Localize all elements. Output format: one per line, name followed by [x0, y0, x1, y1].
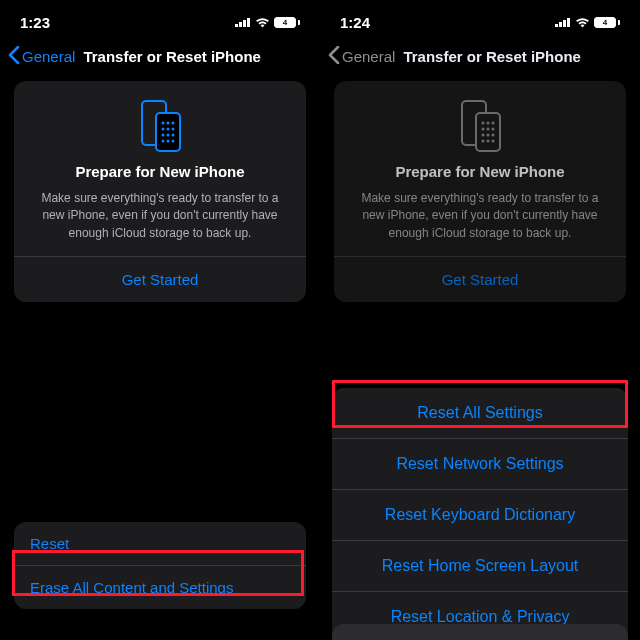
svg-point-8 — [172, 122, 175, 125]
battery-icon: 4 — [594, 17, 620, 28]
get-started-button[interactable]: Get Started — [28, 257, 292, 302]
svg-point-34 — [487, 140, 490, 143]
signal-icon — [555, 17, 571, 27]
get-started-button: Get Started — [348, 257, 612, 302]
svg-rect-3 — [247, 18, 250, 27]
nav-back-button[interactable]: General — [22, 48, 75, 65]
svg-point-14 — [172, 134, 175, 137]
svg-point-10 — [167, 128, 170, 131]
svg-point-27 — [482, 128, 485, 131]
svg-point-13 — [167, 134, 170, 137]
svg-point-12 — [162, 134, 165, 137]
svg-rect-20 — [563, 20, 566, 27]
svg-point-6 — [162, 122, 165, 125]
erase-all-button[interactable]: Erase All Content and Settings — [14, 565, 306, 609]
svg-point-28 — [487, 128, 490, 131]
svg-rect-2 — [243, 20, 246, 27]
svg-point-11 — [172, 128, 175, 131]
svg-point-32 — [492, 134, 495, 137]
screen-right: 1:24 4 General Transfer or Reset iPhone — [320, 0, 640, 640]
reset-home-screen-layout-button[interactable]: Reset Home Screen Layout — [332, 540, 628, 591]
back-chevron-icon[interactable] — [8, 46, 20, 67]
reset-keyboard-dictionary-button[interactable]: Reset Keyboard Dictionary — [332, 489, 628, 540]
card-title: Prepare for New iPhone — [348, 163, 612, 180]
nav-back-button: General — [342, 48, 395, 65]
options-list: Reset Erase All Content and Settings — [14, 522, 306, 609]
svg-point-9 — [162, 128, 165, 131]
svg-point-7 — [167, 122, 170, 125]
reset-all-settings-button[interactable]: Reset All Settings — [332, 388, 628, 438]
svg-point-16 — [167, 140, 170, 143]
svg-point-25 — [487, 122, 490, 125]
svg-point-35 — [492, 140, 495, 143]
svg-rect-0 — [235, 24, 238, 27]
prepare-card: Prepare for New iPhone Make sure everyth… — [334, 81, 626, 302]
devices-icon — [456, 99, 504, 153]
status-bar: 1:24 4 — [320, 0, 640, 40]
wifi-icon — [575, 17, 590, 28]
nav-bar: General Transfer or Reset iPhone — [0, 40, 320, 81]
svg-point-31 — [487, 134, 490, 137]
battery-icon: 4 — [274, 17, 300, 28]
svg-rect-19 — [559, 22, 562, 27]
svg-point-15 — [162, 140, 165, 143]
cancel-button[interactable]: Cancel — [332, 624, 628, 640]
status-time: 1:24 — [340, 14, 370, 31]
svg-point-33 — [482, 140, 485, 143]
nav-title: Transfer or Reset iPhone — [403, 48, 581, 65]
status-bar: 1:23 4 — [0, 0, 320, 40]
reset-button[interactable]: Reset — [14, 522, 306, 565]
svg-point-26 — [492, 122, 495, 125]
svg-point-17 — [172, 140, 175, 143]
svg-rect-1 — [239, 22, 242, 27]
status-time: 1:23 — [20, 14, 50, 31]
card-title: Prepare for New iPhone — [28, 163, 292, 180]
devices-icon — [136, 99, 184, 153]
svg-rect-23 — [476, 113, 500, 151]
wifi-icon — [255, 17, 270, 28]
reset-network-settings-button[interactable]: Reset Network Settings — [332, 438, 628, 489]
nav-title: Transfer or Reset iPhone — [83, 48, 261, 65]
signal-icon — [235, 17, 251, 27]
reset-action-sheet: Reset All Settings Reset Network Setting… — [332, 388, 628, 640]
svg-rect-21 — [567, 18, 570, 27]
status-right: 4 — [555, 17, 620, 28]
status-right: 4 — [235, 17, 300, 28]
screen-left: 1:23 4 General Transfer or Reset iPhone — [0, 0, 320, 640]
svg-point-24 — [482, 122, 485, 125]
card-body: Make sure everything's ready to transfer… — [348, 190, 612, 242]
svg-point-29 — [492, 128, 495, 131]
card-body: Make sure everything's ready to transfer… — [28, 190, 292, 242]
svg-point-30 — [482, 134, 485, 137]
back-chevron-icon — [328, 46, 340, 67]
nav-bar: General Transfer or Reset iPhone — [320, 40, 640, 81]
prepare-card: Prepare for New iPhone Make sure everyth… — [14, 81, 306, 302]
svg-rect-18 — [555, 24, 558, 27]
svg-rect-5 — [156, 113, 180, 151]
